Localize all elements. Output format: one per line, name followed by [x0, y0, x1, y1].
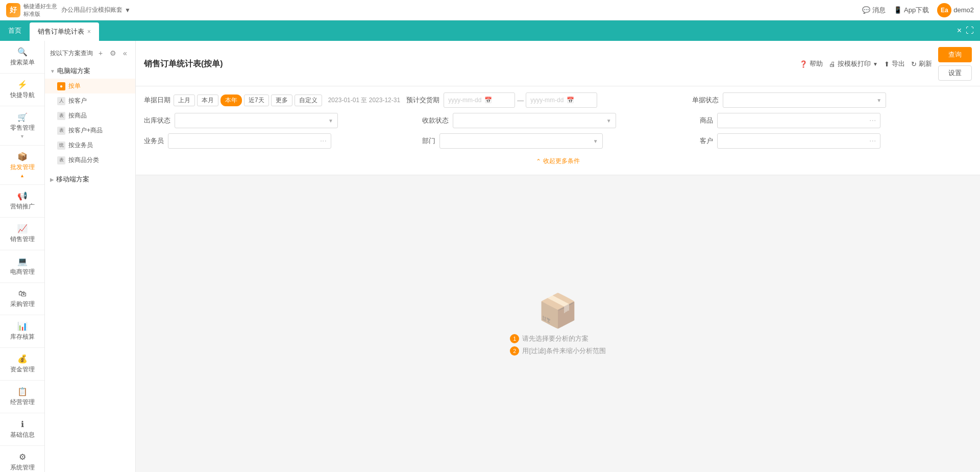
expected-date-start[interactable]: yyyy-mm-dd 📅 — [444, 92, 515, 108]
scheme-by-salesperson[interactable]: 统 按业务员 — [45, 138, 135, 153]
template-print-btn[interactable]: 🖨 按模板打印 ▼ — [829, 59, 878, 68]
sidebar-item-ecommerce[interactable]: 💻 电商管理 — [0, 250, 44, 283]
sidebar-item-finance[interactable]: 💰 资金管理 — [0, 348, 44, 381]
user-menu[interactable]: Ea demo2 — [937, 3, 974, 17]
ecommerce-icon: 💻 — [17, 256, 28, 266]
page-title-row: 销售订单统计表(按单) ❓ 帮助 🖨 按模板打印 ▼ ⬆ — [144, 47, 972, 81]
department-filter: 部门 ▼ — [422, 133, 694, 149]
purchase-icon: 🛍 — [18, 289, 27, 298]
collapse-up-icon: ⌃ — [536, 158, 541, 165]
delivery-status-select[interactable]: ▼ — [175, 113, 338, 128]
scheme-by-category[interactable]: 表 按商品分类 — [45, 153, 135, 168]
message-icon: 💬 — [862, 6, 870, 14]
goods-input[interactable]: ··· — [717, 113, 880, 128]
empty-state: 📦 1 请先选择要分析的方案 2 用[过滤]条件来缩小分析范围 — [136, 175, 980, 472]
department-select[interactable]: ▼ — [439, 133, 603, 149]
scheme-settings-btn[interactable]: ⚙ — [108, 48, 118, 58]
tab-close-btn[interactable]: × — [87, 28, 91, 35]
delivery-arrow-icon: ▼ — [328, 118, 333, 124]
topbar-right: 💬 消息 📱 App下载 Ea demo2 — [862, 3, 974, 17]
this-month-btn[interactable]: 本月 — [197, 95, 218, 106]
pc-scheme-arrow-icon: ▼ — [50, 68, 55, 74]
app-download-btn[interactable]: 📱 App下载 — [894, 6, 929, 15]
page-header: 销售订单统计表(按单) ❓ 帮助 🖨 按模板打印 ▼ ⬆ — [136, 41, 980, 86]
expected-date-end[interactable]: yyyy-mm-dd 📅 — [526, 92, 597, 108]
refresh-btn[interactable]: ↻ 刷新 — [911, 59, 932, 68]
pc-scheme-parent[interactable]: ▼ 电脑端方案 — [45, 63, 135, 79]
empty-illustration: 📦 — [537, 292, 578, 330]
settings-button[interactable]: 设置 — [938, 65, 972, 81]
help-btn[interactable]: ❓ 帮助 — [799, 59, 823, 68]
wholesale-arrow-icon: ▲ — [20, 173, 24, 178]
mobile-scheme-parent[interactable]: ▶ 移动端方案 — [45, 172, 135, 187]
sidebar-item-marketing[interactable]: 📢 营销推广 — [0, 185, 44, 218]
department-arrow-icon: ▼ — [593, 138, 598, 144]
filter-row-3: 业务员 ··· 部门 ▼ 客户 — [144, 133, 972, 149]
goods-more-icon[interactable]: ··· — [869, 116, 876, 125]
by-salesperson-icon: 统 — [57, 141, 65, 150]
payment-status-select[interactable]: ▼ — [453, 113, 616, 128]
message-btn[interactable]: 💬 消息 — [862, 6, 886, 15]
scheme-by-customer[interactable]: 人 按客户 — [45, 93, 135, 108]
custom-date-btn[interactable]: 自定义 — [295, 95, 322, 106]
retail-arrow-icon: ▼ — [20, 134, 24, 139]
left-panel-header: 按以下方案查询 + ⚙ « — [45, 45, 135, 61]
sidebar-item-retail[interactable]: 🛒 零售管理 ▼ — [0, 106, 44, 146]
last-7-days-btn[interactable]: 近7天 — [244, 95, 269, 106]
more-date-btn[interactable]: 更多 — [271, 95, 292, 106]
calendar-start-icon[interactable]: 📅 — [484, 97, 492, 104]
sidebar-item-basic[interactable]: ℹ 基础信息 — [0, 413, 44, 446]
goods-filter: 商品 ··· — [700, 113, 972, 128]
page-actions: ❓ 帮助 🖨 按模板打印 ▼ ⬆ 导出 ↻ — [799, 47, 972, 81]
this-year-btn[interactable]: 本年 — [220, 95, 242, 106]
by-customer-goods-icon: 表 — [57, 127, 65, 135]
wholesale-icon: 📦 — [17, 152, 28, 161]
sidebar-item-operations[interactable]: 📋 经营管理 — [0, 381, 44, 413]
retail-icon: 🛒 — [17, 112, 28, 122]
add-scheme-btn[interactable]: + — [95, 48, 106, 58]
salesperson-input[interactable]: ··· — [168, 133, 331, 149]
scheme-by-order[interactable]: ● 按单 — [45, 79, 135, 93]
tip-1-num: 1 — [510, 334, 519, 343]
system-icon: ⚙ — [19, 452, 26, 462]
tab-maximize-btn[interactable]: ⛶ — [966, 26, 974, 35]
by-goods-icon: 表 — [57, 112, 65, 120]
export-btn[interactable]: ⬆ 导出 — [884, 59, 905, 68]
by-customer-icon: 人 — [57, 97, 65, 105]
customer-input[interactable]: ··· — [717, 133, 880, 149]
tab-minimize-btn[interactable]: × — [957, 26, 962, 35]
search-icon: 🔍 — [17, 47, 28, 57]
last-month-btn[interactable]: 上月 — [174, 95, 195, 106]
customer-more-icon[interactable]: ··· — [869, 136, 876, 146]
collapse-panel-btn[interactable]: « — [120, 48, 130, 58]
filter-row-1: 单据日期 上月 本月 本年 近7天 更多 自定义 2023-01-01 至 20… — [144, 92, 972, 108]
print-arrow-icon: ▼ — [873, 61, 878, 67]
query-button[interactable]: 查询 — [938, 47, 972, 62]
topbar: 好 畅捷通好生意 标准版 办公用品行业模拟账套 ▼ 💬 消息 📱 App下载 E… — [0, 0, 980, 20]
sidebar-item-inventory[interactable]: 📊 库存核算 — [0, 315, 44, 348]
sidebar-item-search-menu[interactable]: 🔍 搜索菜单 — [0, 41, 44, 74]
calendar-end-icon[interactable]: 📅 — [567, 97, 574, 104]
mobile-scheme-section: ▶ 移动端方案 — [45, 170, 135, 189]
sidebar-item-wholesale[interactable]: 📦 批发管理 ▲ — [0, 146, 44, 185]
finance-icon: 💰 — [17, 354, 28, 364]
date-filter-item: 单据日期 上月 本月 本年 近7天 更多 自定义 2023-01-01 至 20… — [144, 95, 400, 106]
scheme-by-customer-goods[interactable]: 表 按客户+商品 — [45, 123, 135, 138]
collapse-filters-btn[interactable]: ⌃ 收起更多条件 — [144, 154, 972, 169]
sidebar-item-system[interactable]: ⚙ 系统管理 — [0, 446, 44, 472]
breadcrumb[interactable]: 办公用品行业模拟账套 ▼ — [61, 6, 131, 14]
sidebar-item-purchase[interactable]: 🛍 采购管理 — [0, 283, 44, 315]
sales-icon: 📈 — [17, 224, 28, 233]
operations-icon: 📋 — [17, 387, 28, 396]
salesperson-more-icon[interactable]: ··· — [320, 136, 327, 146]
sidebar-item-quick-nav[interactable]: ⚡ 快捷导航 — [0, 74, 44, 106]
bill-status-select[interactable]: ▼ — [723, 92, 886, 108]
marketing-icon: 📢 — [17, 191, 28, 201]
by-category-icon: 表 — [57, 156, 65, 164]
tab-sales-order[interactable]: 销售订单统计表 × — [30, 22, 99, 41]
tab-home[interactable]: 首页 — [0, 20, 30, 41]
scheme-by-goods[interactable]: 表 按商品 — [45, 108, 135, 123]
help-icon: ❓ — [799, 60, 807, 68]
sidebar-item-sales[interactable]: 📈 销售管理 — [0, 218, 44, 250]
main-layout: 🔍 搜索菜单 ⚡ 快捷导航 🛒 零售管理 ▼ 📦 批发管理 ▲ 📢 营销推广 📈… — [0, 41, 980, 472]
